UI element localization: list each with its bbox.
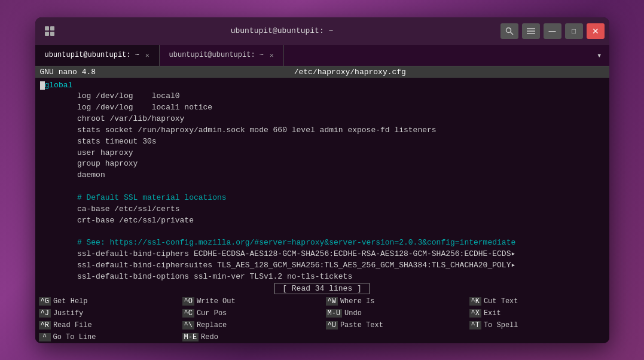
footer-label-6: Undo (344, 309, 362, 318)
footer-item-8: ^R Read File (35, 319, 179, 331)
tab-1-close[interactable]: ✕ (145, 51, 149, 59)
footer-key-11: ^T (469, 321, 481, 330)
footer-label-8: Read File (53, 321, 92, 330)
footer-label-2: Where Is (340, 297, 375, 306)
footer-item-10: ^U Paste Text (322, 319, 466, 331)
svg-rect-2 (45, 32, 49, 36)
svg-point-4 (506, 28, 511, 32)
footer-item-5: ^C Cur Pos (179, 307, 322, 319)
line-17: ssl-default-bind-ciphersuites TLS_AES_12… (40, 260, 605, 271)
tab-2-close[interactable]: ✕ (270, 51, 274, 59)
footer-key-9: ^\ (182, 321, 194, 330)
footer-item-12: ^ Go To Line (35, 331, 179, 343)
tab-2-label: ubuntupit@ubuntupit: ~ (169, 51, 264, 59)
footer-item-1: ^O Write Out (179, 295, 322, 307)
footer-key-5: ^C (182, 309, 194, 318)
footer-item-4: ^J Justify (35, 307, 179, 319)
footer-key-1: ^O (182, 297, 194, 306)
line-14 (40, 226, 605, 237)
footer-label-0: Get Help (53, 297, 88, 306)
line-6: stats timeout 30s (40, 136, 605, 148)
line-2: log /dev/log local0 (40, 91, 605, 102)
svg-rect-1 (50, 26, 54, 30)
footer-item-2: ^W Where Is (322, 295, 466, 307)
line-1: global (40, 80, 605, 91)
footer-label-9: Replace (197, 321, 227, 330)
close-button[interactable]: ✕ (587, 23, 605, 39)
footer-item-0: ^G Get Help (35, 295, 179, 307)
line-10 (40, 181, 605, 193)
line-9: daemon (40, 170, 605, 181)
tab-1[interactable]: ubuntupit@ubuntupit: ~ ✕ (35, 45, 160, 66)
search-button[interactable] (500, 23, 518, 39)
footer-item-3: ^K Cut Text (466, 295, 609, 307)
window-controls: — □ ✕ (500, 23, 605, 39)
line-8: group haproxy (40, 158, 605, 170)
line-13: crt-base /etc/ssl/private (40, 215, 605, 227)
footer-key-7: ^X (469, 309, 481, 318)
title-bar: ubuntupit@ubuntupit: ~ — □ ✕ (35, 17, 609, 45)
footer-key-2: ^W (326, 297, 338, 306)
line-5: stats socket /run/haproxy/admin.sock mod… (40, 125, 605, 136)
footer-label-5: Cur Pos (197, 309, 227, 318)
footer-key-0: ^G (39, 297, 51, 306)
footer-item-11: ^T To Spell (466, 319, 609, 331)
nano-footer: ^G Get Help ^O Write Out ^W Where Is ^K … (35, 295, 609, 343)
tabs-more-button[interactable]: ▾ (590, 45, 609, 66)
footer-label-13: Redo (201, 333, 218, 341)
minimize-button[interactable]: — (544, 23, 561, 39)
footer-key-12: ^ (39, 333, 51, 341)
footer-label-4: Justify (53, 309, 83, 318)
editor-content[interactable]: global log /dev/log local0 log /dev/log … (35, 78, 609, 282)
line-11: # Default SSL material locations (40, 193, 605, 204)
footer-label-10: Paste Text (340, 321, 383, 330)
footer-item-13: M-E Redo (179, 331, 322, 343)
nano-version: GNU nano 4.8 (40, 68, 96, 77)
footer-item-9: ^\ Replace (179, 319, 322, 331)
menu-button[interactable] (522, 23, 540, 39)
footer-item-6: M-U Undo (322, 307, 466, 319)
line-3: log /dev/log local1 notice (40, 102, 605, 114)
maximize-button[interactable]: □ (565, 23, 583, 39)
footer-key-10: ^U (326, 321, 338, 330)
footer-label-1: Write Out (197, 297, 236, 306)
editor-area: GNU nano 4.8 /etc/haproxy/haproxy.cfg gl… (35, 66, 609, 343)
line-7: user haproxy (40, 148, 605, 159)
footer-key-4: ^J (39, 309, 51, 318)
svg-rect-3 (50, 32, 54, 36)
footer-key-13: M-E (182, 333, 199, 341)
svg-line-5 (510, 32, 513, 35)
window-title: ubuntupit@ubuntupit: ~ (64, 26, 500, 35)
footer-key-3: ^K (469, 297, 481, 306)
nano-header: GNU nano 4.8 /etc/haproxy/haproxy.cfg (35, 66, 609, 78)
line-18: ssl-default-bind-options ssl-min-ver TLS… (40, 271, 605, 282)
footer-item-7: ^X Exit (466, 307, 609, 319)
svg-rect-0 (45, 26, 49, 30)
status-bar: [ Read 34 lines ] (35, 282, 609, 295)
tab-2[interactable]: ubuntupit@ubuntupit: ~ ✕ (160, 45, 284, 66)
footer-key-8: ^R (39, 321, 51, 330)
footer-label-11: To Spell (484, 321, 518, 330)
window-icon (40, 22, 59, 41)
footer-label-7: Exit (484, 309, 501, 318)
line-16: ssl-default-bind-ciphers ECDHE-ECDSA-AES… (40, 249, 605, 260)
terminal-window: ubuntupit@ubuntupit: ~ — □ ✕ ubu (35, 17, 609, 343)
status-notification: [ Read 34 lines ] (274, 283, 370, 294)
tabs-bar: ubuntupit@ubuntupit: ~ ✕ ubuntupit@ubunt… (35, 45, 609, 66)
footer-label-3: Cut Text (484, 297, 518, 306)
line-15: # See: https://ssl-config.mozilla.org/#s… (40, 237, 605, 249)
line-4: chroot /var/lib/haproxy (40, 114, 605, 125)
tab-1-label: ubuntupit@ubuntupit: ~ (45, 51, 139, 59)
nano-filename: /etc/haproxy/haproxy.cfg (294, 68, 406, 77)
line-12: ca-base /etc/ssl/certs (40, 204, 605, 215)
footer-label-12: Go To Line (53, 333, 96, 341)
footer-key-6: M-U (326, 309, 343, 318)
